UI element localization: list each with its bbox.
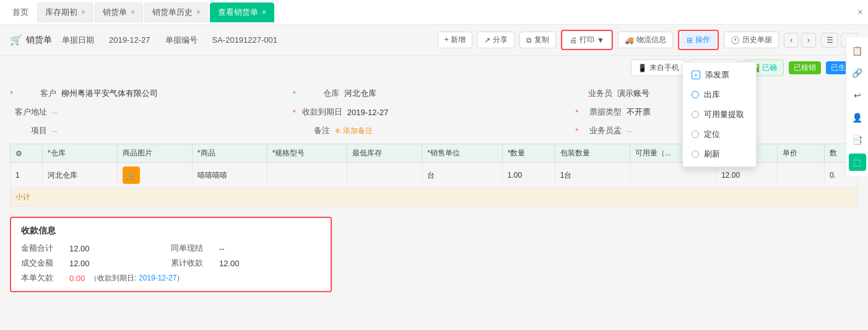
tab-view-sales-close[interactable]: ×: [262, 8, 266, 17]
payment-cumulative-row: 累计收款 12.00: [171, 258, 321, 269]
payment-deal-row: 成交金额 12.00: [21, 258, 171, 269]
address-value: --: [52, 108, 58, 117]
tab-sales-history[interactable]: 销货单历史 ×: [144, 2, 209, 22]
payment-cumulative-label: 累计收款: [171, 258, 214, 269]
copy-button[interactable]: ⧉ 复制: [519, 32, 556, 48]
add-icon: ⊕: [335, 126, 341, 135]
tab-sales-history-label: 销货单历史: [152, 7, 193, 18]
payment-same-order-row: 同单现结 --: [171, 243, 321, 254]
new-button[interactable]: + 新增: [438, 32, 472, 48]
dropdown-item-outbound[interactable]: 出库: [683, 85, 756, 105]
payment-deal-value: 12.00: [69, 259, 90, 268]
nav-arrows: ‹ ›: [784, 33, 816, 48]
ticket-label: 票据类型: [584, 106, 622, 118]
tab-sales-order-label: 销货单: [103, 7, 127, 18]
customer-field: * 客户 柳州粤港平安气体有限公司: [10, 88, 293, 99]
row-pack-qty: 1台: [555, 163, 630, 188]
dropdown-item-refresh[interactable]: 刷新: [683, 144, 756, 164]
due-date-value: 2019-12-27: [347, 108, 389, 117]
outbound-icon: [692, 91, 699, 98]
operate-icon: ⊞: [687, 36, 693, 45]
customer-value: 柳州粤港平安气体有限公司: [61, 88, 158, 99]
next-button[interactable]: ›: [801, 33, 816, 48]
doc-header: 🛒 销货单 单据日期 2019-12-27 单据编号 SA-20191227-0…: [0, 25, 868, 56]
logistics-button[interactable]: 🚚 物流信息: [618, 32, 673, 48]
doc-title: 🛒 销货单: [10, 34, 52, 46]
add-note-label: 添加备注: [343, 126, 373, 135]
tab-inventory-init[interactable]: 库存期初 ×: [37, 2, 93, 22]
sidebar-doc-icon[interactable]: 📋: [849, 42, 866, 59]
payment-same-order-label: 同单现结: [171, 243, 214, 254]
dropdown-item-locate[interactable]: 定位: [683, 124, 756, 144]
prev-button[interactable]: ‹: [784, 33, 799, 48]
col-unit: *销售单位: [422, 144, 503, 163]
history-button[interactable]: 🕐 历史单据: [724, 32, 779, 48]
operate-button[interactable]: ⊞ 操作: [680, 32, 716, 48]
warehouse-value: 河北仓库: [344, 88, 376, 99]
locate-icon: [692, 131, 699, 138]
sidebar-undo-icon[interactable]: ↩: [849, 87, 866, 104]
sidebar-file-icon[interactable]: 📑: [849, 131, 866, 149]
tab-bar: 首页 库存期初 × 销货单 × 销货单历史 × 查看销货单 × ×: [0, 0, 868, 25]
row-image: 🛒: [117, 163, 192, 188]
row-spec: [267, 163, 347, 188]
col-min-stock: 最低库存: [347, 144, 422, 163]
salesperson-label: 业务员盂: [584, 125, 622, 136]
payment-info: 收款信息 金额合计 12.00 同单现结 -- 成交金额 12.00 累计收款 …: [10, 217, 332, 292]
payment-balance-label: 本单欠款: [21, 272, 64, 284]
locate-label: 定位: [704, 129, 720, 140]
phone-icon: 📱: [638, 64, 647, 72]
tab-sales-order-close[interactable]: ×: [131, 8, 135, 17]
dropdown-item-available-qty[interactable]: 可用量提取: [683, 105, 756, 124]
confirm-label: 已确: [762, 63, 777, 73]
customer-label: 客户: [19, 88, 56, 99]
doc-title-icon: 🛒: [10, 34, 22, 46]
col-spec: *规格型号: [267, 144, 347, 163]
col-warehouse: *仓库: [43, 144, 118, 163]
add-note-button[interactable]: ⊕ 添加备注: [335, 126, 373, 136]
list-view-button[interactable]: ☰: [821, 33, 838, 48]
doc-meta: 单据日期 2019-12-27 单据编号 SA-20191227-001: [62, 35, 277, 46]
share-button[interactable]: ↗ 分享: [477, 32, 514, 48]
row-price: [777, 163, 824, 188]
product-image: 🛒: [123, 167, 140, 184]
operate-label: 操作: [695, 35, 710, 45]
tab-inventory-init-close[interactable]: ×: [81, 8, 85, 17]
row-unit: 台: [422, 163, 503, 188]
tab-view-sales-label: 查看销货单: [218, 7, 258, 18]
col-image: 商品图片: [117, 144, 192, 163]
close-window-button[interactable]: ×: [857, 7, 863, 18]
payment-balance-note: （收款到期日: 2019-12-27）: [90, 273, 184, 284]
dropdown-item-add-invoice[interactable]: + 添发票: [683, 65, 756, 85]
doc-number-label: 单据编号: [165, 35, 197, 46]
add-invoice-icon: +: [692, 71, 700, 79]
tab-sales-history-close[interactable]: ×: [196, 8, 201, 17]
doc-date-value: 2019-12-27: [109, 35, 150, 45]
payment-title: 收款信息: [21, 225, 321, 237]
refresh-label: 刷新: [704, 149, 720, 160]
doc-date-label: 单据日期: [62, 35, 94, 46]
staff-label: 业务员: [575, 88, 612, 99]
tab-sales-order[interactable]: 销货单 ×: [95, 2, 143, 22]
tab-home[interactable]: 首页: [5, 7, 36, 18]
payment-grid: 金额合计 12.00 同单现结 -- 成交金额 12.00 累计收款 12.00…: [21, 243, 321, 284]
refresh-icon: [692, 150, 699, 158]
ticket-required-marker: *: [575, 108, 578, 117]
sidebar-user-icon[interactable]: 👤: [849, 109, 866, 126]
warehouse-field: * 仓库 河北仓库: [293, 88, 576, 99]
add-invoice-label: 添发票: [705, 69, 729, 80]
payment-total-row: 金额合计 12.00: [21, 243, 171, 254]
sidebar-link-icon[interactable]: 🔗: [849, 64, 866, 82]
from-phone-button[interactable]: 📱 来自手机: [631, 59, 686, 76]
subtotal-row: 小计: [11, 188, 858, 207]
tab-view-sales[interactable]: 查看销货单 ×: [210, 2, 274, 22]
ticket-value: 不开票: [627, 106, 651, 118]
print-button[interactable]: 🖨 打印 ▼: [563, 32, 610, 48]
due-date-field: * 收款到期日 2019-12-27: [293, 106, 576, 118]
project-value: --: [52, 126, 58, 136]
print-icon: 🖨: [570, 36, 577, 45]
address-label: 客户地址: [10, 106, 47, 118]
sidebar-expand-icon[interactable]: ⬚: [849, 154, 866, 171]
note-label: 备注: [293, 125, 330, 136]
history-label: 历史单据: [742, 35, 772, 45]
